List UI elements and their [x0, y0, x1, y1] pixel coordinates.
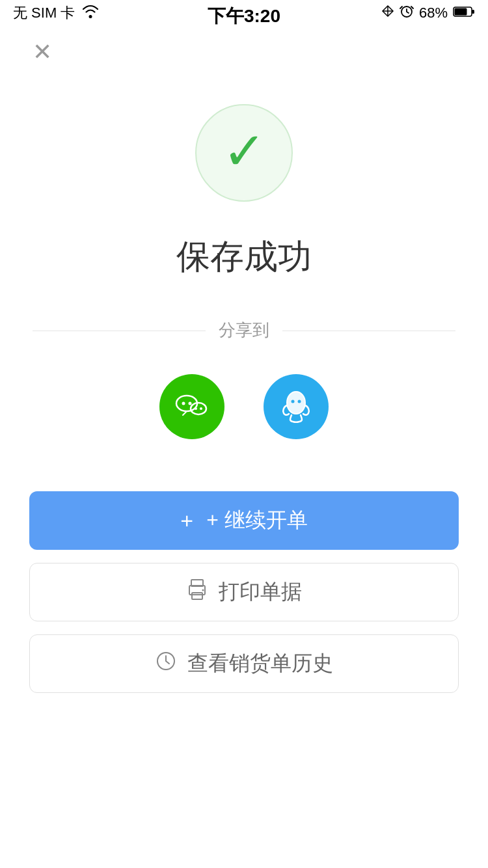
svg-rect-16 [192, 593, 202, 599]
plus-icon: + [180, 508, 193, 534]
printer-icon [186, 578, 208, 606]
history-icon [155, 650, 177, 677]
location-icon [381, 5, 394, 21]
wechat-share-button[interactable] [159, 374, 224, 439]
qq-share-button[interactable] [264, 374, 329, 439]
wifi-icon [81, 4, 100, 22]
alarm-icon [400, 4, 414, 22]
svg-point-12 [291, 400, 295, 403]
svg-rect-3 [455, 8, 467, 16]
svg-point-8 [195, 407, 197, 410]
status-bar: 无 SIM 卡 下午3:20 68% [0, 0, 488, 26]
battery-percentage: 68% [419, 5, 448, 21]
close-button[interactable]: ✕ [26, 36, 59, 68]
continue-order-button[interactable]: + + 继续开单 [29, 491, 459, 550]
success-title: 保存成功 [176, 234, 312, 280]
wechat-icon [172, 387, 211, 427]
checkmark-icon: ✓ [223, 126, 266, 178]
status-right: 68% [381, 4, 475, 22]
svg-point-5 [182, 401, 185, 405]
action-buttons: + + 继续开单 打印单据 查看销货单历史 [29, 491, 459, 693]
svg-rect-2 [472, 10, 474, 14]
svg-point-13 [298, 400, 301, 403]
qq-icon [277, 387, 315, 427]
print-label: 打印单据 [219, 578, 302, 606]
svg-point-6 [189, 401, 192, 405]
history-button[interactable]: 查看销货单历史 [29, 634, 459, 693]
share-divider: 分享到 [0, 319, 488, 342]
svg-point-9 [200, 407, 202, 410]
status-time: 下午3:20 [208, 4, 280, 29]
success-circle: ✓ [195, 104, 293, 202]
share-label: 分享到 [206, 319, 282, 342]
continue-label: + 继续开单 [206, 506, 308, 535]
main-content: ✓ 保存成功 分享到 [0, 26, 488, 693]
history-label: 查看销货单历史 [187, 649, 333, 678]
share-icons [159, 374, 329, 439]
svg-point-7 [191, 403, 206, 414]
no-sim-label: 无 SIM 卡 [13, 3, 75, 23]
svg-point-17 [202, 590, 204, 591]
status-left: 无 SIM 卡 [13, 3, 100, 23]
close-icon: ✕ [33, 38, 52, 66]
battery-icon [453, 5, 475, 21]
print-button[interactable]: 打印单据 [29, 563, 459, 621]
